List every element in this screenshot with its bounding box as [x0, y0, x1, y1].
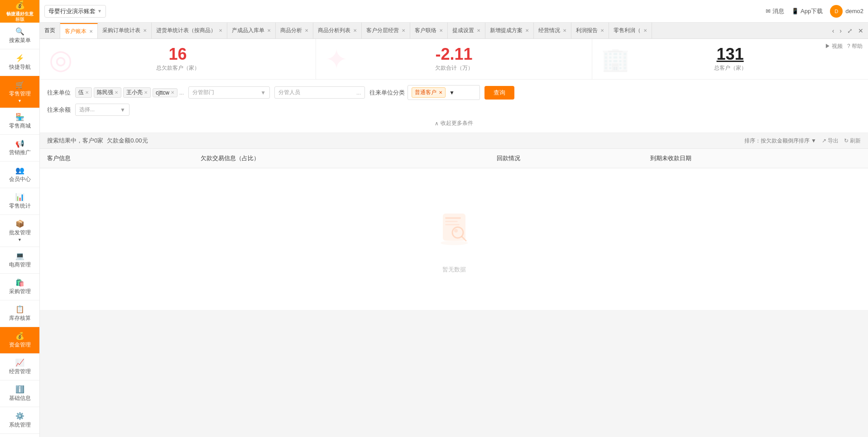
member-center-icon: 👥: [15, 166, 24, 175]
tab-customer-book[interactable]: 客户账本 ✕: [60, 23, 98, 39]
tab-purchase-order-close[interactable]: ✕: [143, 28, 147, 33]
category-selector[interactable]: 普通客户 ✕ ▼: [408, 85, 480, 100]
tab-inbound-stats-close[interactable]: ✕: [219, 28, 222, 33]
person-placeholder: 分管人员: [278, 89, 300, 96]
sidebar-item-ecommerce-mgmt[interactable]: 💻 电商管理: [0, 247, 39, 274]
tabs-controls: ‹ › ⤢ ✕: [828, 26, 868, 35]
wholesale-mgmt-icon: 📦: [15, 219, 24, 228]
tab-business-status-label: 经营情况: [538, 27, 560, 34]
sidebar-item-finance-mgmt[interactable]: 💰 资金管理: [0, 327, 39, 354]
sidebar-basic-info-label: 基础信息: [9, 394, 31, 402]
tabs-close-all-button[interactable]: ✕: [856, 26, 865, 35]
filter-row-1: 往来单位 伍 ✕ 陈民强 ✕ 王小亮 ✕ cjttcw: [47, 85, 861, 100]
basic-info-icon: ℹ️: [15, 385, 24, 394]
export-button[interactable]: ↗ 导出: [822, 137, 839, 145]
sidebar-item-inventory[interactable]: 📋 库存核算: [0, 300, 39, 327]
query-button[interactable]: 查询: [484, 86, 514, 100]
tabs-expand-button[interactable]: ⤢: [845, 26, 854, 35]
sidebar-item-retail-mall[interactable]: 🏪 零售商城: [0, 108, 39, 135]
category-tag-close[interactable]: ✕: [439, 90, 442, 95]
tab-business-status[interactable]: 经营情况 ✕: [534, 23, 571, 38]
ecommerce-mgmt-icon: 💻: [15, 252, 24, 260]
sidebar-item-purchase-mgmt[interactable]: 🛍️ 采购管理: [0, 274, 39, 300]
filter-more-button[interactable]: ...: [179, 90, 184, 96]
tab-retail-profit[interactable]: 零售利润（ ✕: [609, 23, 652, 38]
sidebar-item-wholesale-mgmt[interactable]: 📦 批发管理 ▼: [0, 215, 39, 247]
tab-profit-report-close[interactable]: ✕: [600, 28, 604, 33]
tab-customer-contact-label: 客户联络: [415, 27, 436, 34]
video-help-button[interactable]: ▶ 视频: [825, 43, 843, 50]
dept-selector[interactable]: 分管部门 ▼: [188, 86, 270, 99]
balance-selector[interactable]: 选择... ▼: [75, 104, 129, 116]
sort-label: 排序：按欠款金额倒序排序: [744, 137, 810, 145]
wholesale-chevron-icon: ▼: [18, 238, 22, 242]
tab-purchase-order[interactable]: 采购订单统计表 ✕: [98, 23, 152, 38]
tab-product-analysis[interactable]: 商品分析 ✕: [276, 23, 313, 38]
sort-select[interactable]: 排序：按欠款金额倒序排序 ▼: [744, 137, 816, 145]
sidebar-item-enterprise-coop[interactable]: 🤝 企业协同: [0, 434, 39, 437]
filter-tag-2-close[interactable]: ✕: [115, 90, 118, 95]
tab-retail-profit-close[interactable]: ✕: [643, 28, 647, 33]
sidebar-marketing-label: 营销推广: [9, 149, 31, 157]
sidebar-item-system-mgmt[interactable]: ⚙️ 系统管理: [0, 407, 39, 434]
message-button[interactable]: ✉ 消息: [766, 7, 784, 15]
tab-product-list-close[interactable]: ✕: [353, 28, 357, 33]
tabs-prev-button[interactable]: ‹: [830, 26, 836, 35]
tab-inbound-stats-label: 进货单统计表（按商品）: [156, 27, 216, 34]
results-text: 搜索结果中，客户0家: [47, 137, 103, 145]
dept-placeholder: 分管部门: [192, 89, 214, 96]
tab-product-inbound-close[interactable]: ✕: [267, 28, 271, 33]
tab-product-list[interactable]: 商品分析列表 ✕: [313, 23, 362, 38]
tabs-next-button[interactable]: ›: [838, 26, 844, 35]
tab-profit-report[interactable]: 利润报告 ✕: [571, 23, 609, 38]
tab-new-promotion[interactable]: 新增提成方案 ✕: [485, 23, 534, 38]
tab-customer-contact-close[interactable]: ✕: [439, 28, 443, 33]
refresh-button[interactable]: ↻ 刷新: [844, 137, 861, 145]
sidebar-quick-nav-label: 快捷导航: [9, 63, 31, 71]
tab-business-status-close[interactable]: ✕: [563, 28, 566, 33]
app-download-button[interactable]: 📱 App下载: [791, 7, 823, 15]
tab-customer-tier[interactable]: 客户分层经营 ✕: [362, 23, 410, 38]
user-name: demo2: [845, 8, 863, 14]
filter-tag-4-text: cjttcw: [156, 90, 169, 96]
sidebar-item-marketing[interactable]: 📢 营销推广: [0, 135, 39, 162]
sidebar-retail-mgmt-label: 零售管理: [9, 90, 31, 98]
tab-profit-report-label: 利润报告: [576, 27, 598, 34]
filter-tag-4-close[interactable]: ✕: [171, 90, 174, 95]
filter-tag-4: cjttcw ✕: [153, 88, 177, 97]
empty-text: 暂无数据: [442, 266, 466, 274]
chevron-down-icon: ▼: [18, 99, 22, 103]
tab-product-analysis-close[interactable]: ✕: [305, 28, 308, 33]
collapse-button[interactable]: ∧ 收起更多条件: [435, 119, 473, 127]
help-icon: ?: [847, 43, 850, 49]
user-menu[interactable]: D demo2: [830, 5, 863, 18]
marketing-icon: 📢: [15, 139, 24, 148]
svg-point-7: [454, 229, 458, 233]
tab-promotion-settings[interactable]: 提成设置 ✕: [448, 23, 485, 38]
filter-tag-3-close[interactable]: ✕: [144, 90, 148, 95]
sidebar-item-quick-nav[interactable]: ⚡ 快捷导航: [0, 49, 39, 76]
filter-tag-2-text: 陈民强: [97, 89, 113, 96]
tab-inbound-stats[interactable]: 进货单统计表（按商品） ✕: [152, 23, 227, 38]
tab-customer-tier-close[interactable]: ✕: [402, 28, 405, 33]
help-button[interactable]: ? 帮助: [847, 43, 863, 50]
tab-customer-contact[interactable]: 客户联络 ✕: [410, 23, 448, 38]
tab-product-inbound[interactable]: 产成品入库单 ✕: [227, 23, 276, 38]
tab-promotion-settings-close[interactable]: ✕: [477, 28, 480, 33]
empty-icon: [432, 204, 477, 258]
tab-customer-book-close[interactable]: ✕: [89, 29, 93, 34]
sidebar-item-business-mgmt[interactable]: 📈 经营管理: [0, 354, 39, 380]
filter-tag-1-close[interactable]: ✕: [85, 90, 89, 95]
sidebar-item-member-center[interactable]: 👥 会员中心: [0, 162, 39, 188]
sidebar-item-retail-stats[interactable]: 📊 零售统计: [0, 188, 39, 215]
tab-home[interactable]: 首页: [40, 23, 60, 38]
business-mgmt-icon: 📈: [15, 358, 24, 367]
sidebar-item-basic-info[interactable]: ℹ️ 基础信息: [0, 380, 39, 407]
sidebar-item-search[interactable]: 🔍 搜索菜单: [0, 23, 39, 49]
tab-new-promotion-close[interactable]: ✕: [525, 28, 529, 33]
person-selector[interactable]: 分管人员 ...: [274, 86, 365, 99]
export-label: 导出: [828, 137, 839, 145]
svg-point-0: [441, 241, 468, 245]
sidebar-item-retail-mgmt[interactable]: 🛒 零售管理 ▼: [0, 76, 39, 108]
account-selector[interactable]: 母婴行业演示账套 ▼: [44, 5, 106, 18]
